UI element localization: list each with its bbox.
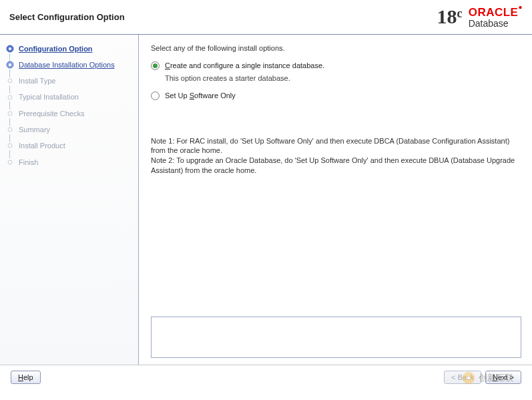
step-disabled-icon [5,109,15,118]
oracle-logo: 18c ORACLE● Database [437,7,523,29]
radio-selected-icon[interactable] [151,61,160,70]
step-disabled-icon [5,93,15,102]
step-finish: Finish [4,158,134,167]
svg-point-5 [8,95,12,99]
page-title: Select Configuration Option [9,7,125,22]
svg-point-3 [9,63,11,66]
install-prompt: Select any of the following install opti… [151,44,521,52]
svg-point-6 [8,112,12,116]
step-configuration-option[interactable]: Configuration Option [4,44,134,53]
option-create-configure-sub: This option creates a starter database. [165,74,521,82]
svg-point-1 [9,47,11,50]
step-pending-icon [5,60,15,69]
step-install-type: Install Type [4,76,134,85]
step-disabled-icon [5,158,15,167]
back-button: < Back [444,371,481,384]
header: Select Configuration Option 18c ORACLE● … [0,0,532,35]
option-software-only-label: Set Up Software Only [165,91,236,99]
install-notes: Note 1: For RAC install, do 'Set Up Soft… [151,136,521,176]
step-current-icon [5,44,15,53]
step-disabled-icon [5,125,15,134]
messages-area [151,317,521,358]
step-disabled-icon [5,141,15,150]
option-create-configure-label: Create and configure a single instance d… [165,61,324,69]
option-software-only[interactable]: Set Up Software Only [151,91,521,100]
note-2: Note 2: To upgrade an Oracle Database, d… [151,156,521,176]
step-prerequisite-checks: Prerequisite Checks [4,109,134,118]
svg-point-8 [8,144,12,148]
help-button[interactable]: Help [11,371,41,384]
svg-point-7 [8,128,12,132]
svg-point-9 [8,160,12,164]
step-install-product: Install Product [4,141,134,150]
step-typical-installation: Typical Installation [4,92,134,102]
step-disabled-icon [5,76,15,85]
radio-unselected-icon[interactable] [151,91,160,100]
wizard-footer: Help < Back Next > [0,365,532,389]
svg-point-4 [8,79,12,83]
step-database-installation-options[interactable]: Database Installation Options [4,60,134,69]
main-content: Select any of the following install opti… [139,35,532,365]
option-create-configure[interactable]: Create and configure a single instance d… [151,61,521,70]
next-button[interactable]: Next > [485,371,521,384]
note-1: Note 1: For RAC install, do 'Set Up Soft… [151,136,521,156]
wizard-sidebar: Configuration Option Database Installati… [0,35,139,365]
step-summary: Summary [4,125,134,134]
